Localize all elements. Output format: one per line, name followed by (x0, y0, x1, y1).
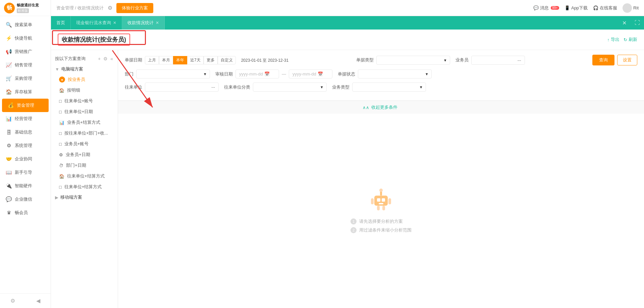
sidebar-item-guide[interactable]: 📖 新手引导 (0, 166, 51, 179)
date-tab-this-month[interactable]: 本月 (159, 56, 173, 64)
sidebar-item-cooperation[interactable]: 🤝 企业协同 (0, 152, 51, 166)
tree-item-by-unit-account[interactable]: □ 往来单位+账号 (51, 96, 118, 106)
app-download-btn[interactable]: 📱 App下载 (565, 5, 588, 11)
tree-group-desktop[interactable]: ▼ 电脑端方案 (51, 64, 118, 74)
tab-bank-flow-close[interactable]: ✕ (113, 20, 116, 25)
sidebar-item-label: 智能硬件 (15, 183, 32, 189)
audit-date-from[interactable]: yyyy-mm-dd 📅 (235, 69, 279, 79)
message-icon: 💬 (533, 5, 539, 10)
doc-status-select[interactable]: ▾ (358, 69, 432, 79)
biz-type-select[interactable]: ▾ (352, 83, 426, 92)
sidebar-item-label: 搜索菜单 (15, 22, 32, 28)
sidebar-item-wechat[interactable]: 💬 企业微信 (0, 193, 51, 206)
message-btn[interactable]: 💬 消息 99+ (533, 5, 559, 11)
filter-item-biz-type: 业务类型 ▾ (332, 83, 426, 92)
sidebar-item-member[interactable]: ♛ 畅会员 (0, 206, 51, 219)
tab-bank-flow[interactable]: 现金银行流水查询 ✕ (71, 16, 122, 30)
audit-date-from-value: yyyy-mm-dd (239, 71, 263, 76)
date-tab-this-year[interactable]: 本年 (173, 56, 187, 64)
sidebar-item-hardware[interactable]: 🔌 智能硬件 (0, 179, 51, 193)
tree-item-by-salesperson[interactable]: ● 按业务员 (51, 74, 118, 85)
date-tab-last-month[interactable]: 上月 (145, 56, 159, 64)
tab-fullscreen-icon[interactable]: ⛶ (631, 20, 644, 26)
doc-type-label: 单据类型 (356, 57, 374, 63)
empty-area: 1 请先选择要分析的方案 2 用过滤条件来缩小分析范围 (118, 114, 644, 308)
tab-home[interactable]: 首页 (51, 16, 71, 30)
tab-collect-stats-close[interactable]: ✕ (156, 20, 159, 25)
date-tab-7days[interactable]: 近7天 (187, 56, 204, 64)
sidebar-item-finance[interactable]: 💰 资金管理 (2, 99, 49, 112)
service-label: 在线客服 (600, 5, 617, 11)
sidebar-item-sales[interactable]: 📈 销售管理 (0, 58, 51, 72)
logo-icon: 畅 (4, 3, 15, 13)
tabbar-right: ✕ ⛶ (618, 16, 644, 30)
salesperson-select[interactable]: ··· (471, 56, 525, 65)
date-range-display: 2023-01-01 至 2023-12-31 (241, 58, 288, 63)
tree-item-by-unit-settle1[interactable]: 🏠 往来单位+结算方式 (51, 171, 118, 182)
tab-collect-stats[interactable]: 收款情况统计 ✕ (122, 16, 165, 30)
tab-bank-flow-label: 现金银行流水查询 (76, 20, 111, 26)
svg-rect-7 (388, 198, 391, 204)
sidebar-item-basic[interactable]: 🗄 基础信息 (0, 125, 51, 139)
query-btn[interactable]: 查询 (592, 55, 614, 65)
tree-item-by-sp-account[interactable]: □ 业务员+账号 (51, 139, 118, 149)
service-btn[interactable]: 🎧 在线客服 (593, 5, 617, 11)
user-avatar[interactable]: Rit (623, 3, 639, 13)
collapse-panel-icon[interactable]: « (110, 55, 114, 62)
export-btn[interactable]: ↑ 导出 (607, 37, 620, 43)
tree-item-by-sp-settle[interactable]: 📊 业务员+结算方式 (51, 117, 118, 128)
settings-bottom-icon[interactable]: ⚙ (8, 296, 18, 305)
sidebar-item-purchase[interactable]: 🛒 采购管理 (0, 72, 51, 85)
tree-item-by-sp-date[interactable]: ⚙ 业务员+日期 (51, 149, 118, 160)
tree-group-mobile[interactable]: ▶ 移动端方案 (51, 192, 118, 202)
filter-item-counterpart-classify: 往来单位分类 ▾ (224, 83, 327, 92)
avatar-image (623, 3, 632, 13)
sidebar-item-system[interactable]: ⚙ 系统管理 (0, 139, 51, 152)
trial-btn[interactable]: 体验行业方案 (116, 3, 153, 13)
member-icon: ♛ (5, 209, 12, 216)
tree-item-icon: ⏱ (59, 163, 63, 168)
user-name: Rit (633, 5, 639, 10)
collapse-filter-btn[interactable]: ∧∧ 收起更多条件 (118, 101, 644, 114)
sidebar-item-quick-nav[interactable]: ⚡ 快捷导航 (0, 32, 51, 45)
tab-close-all-icon[interactable]: ✕ (618, 20, 631, 26)
logo-tag: 标准版 (17, 8, 29, 13)
tree-item-by-dept-date[interactable]: ⏱ 部门+日期 (51, 160, 118, 171)
audit-date-to[interactable]: yyyy-mm-dd 📅 (289, 69, 332, 79)
search-menu-icon: 🔍 (5, 21, 12, 28)
doc-type-select[interactable]: ▾ (376, 56, 450, 65)
tree-item-label: 按明细 (67, 87, 80, 93)
counterpart-classify-select[interactable]: ▾ (253, 83, 327, 92)
counterpart-select[interactable]: ··· (145, 83, 219, 92)
tree-group-mobile-label: 移动端方案 (60, 194, 82, 200)
refresh-btn[interactable]: ↻ 刷新 (624, 37, 637, 43)
add-scheme-icon[interactable]: + (97, 55, 101, 62)
sidebar-item-marketing[interactable]: 📢 营销推广 (0, 45, 51, 58)
dept-select[interactable]: ▾ (136, 69, 210, 79)
collapse-sidebar-icon[interactable]: ◀ (34, 296, 43, 305)
topbar-gear-icon[interactable]: ⚙ (108, 5, 112, 11)
tree-item-by-detail[interactable]: 🏠 按明细 (51, 85, 118, 96)
sidebar-item-label: 新手引导 (15, 169, 32, 175)
tree-collapse-icon: ▶ (55, 195, 58, 200)
sidebar-item-label: 畅会员 (15, 210, 28, 216)
filter-row-counterpart: 往来单位 ··· 往来单位分类 ▾ (125, 83, 637, 92)
setting-scheme-icon[interactable]: ⚙ (103, 55, 108, 62)
tree-section: ▼ 电脑端方案 ● 按业务员 🏠 按明细 □ 往来单位+账号 (51, 64, 118, 202)
tree-item-by-unit-dept-collect[interactable]: □ 按往来单位+部门+收... (51, 128, 118, 139)
sidebar-item-inventory[interactable]: 🏠 库存核算 (0, 85, 51, 99)
date-tab-more[interactable]: 更多 (204, 56, 218, 64)
tree-item-by-unit-settle2[interactable]: □ 往来单位+结算方式 (51, 182, 118, 192)
tree-item-by-unit-date[interactable]: □ 往来单位+日期 (51, 106, 118, 117)
date-tab-custom[interactable]: 自定义 (218, 56, 236, 64)
panel-header-label: 按以下方案查询 (55, 56, 97, 62)
calendar-icon[interactable]: 📅 (264, 71, 270, 76)
sidebar-item-operation[interactable]: 📊 经营管理 (0, 112, 51, 125)
audit-date-label: 审核日期 (215, 71, 233, 77)
sidebar-item-search[interactable]: 🔍 搜索菜单 (0, 18, 51, 32)
sidebar: 畅 畅捷通好生意 标准版 🔍 搜索菜单 ⚡ 快捷导航 📢 营销推广 📈 销售管理… (0, 0, 51, 308)
guide-icon: 📖 (5, 169, 12, 176)
svg-rect-1 (377, 198, 380, 202)
set-btn[interactable]: 设置 (617, 55, 637, 65)
calendar-icon-2[interactable]: 📅 (318, 71, 323, 76)
